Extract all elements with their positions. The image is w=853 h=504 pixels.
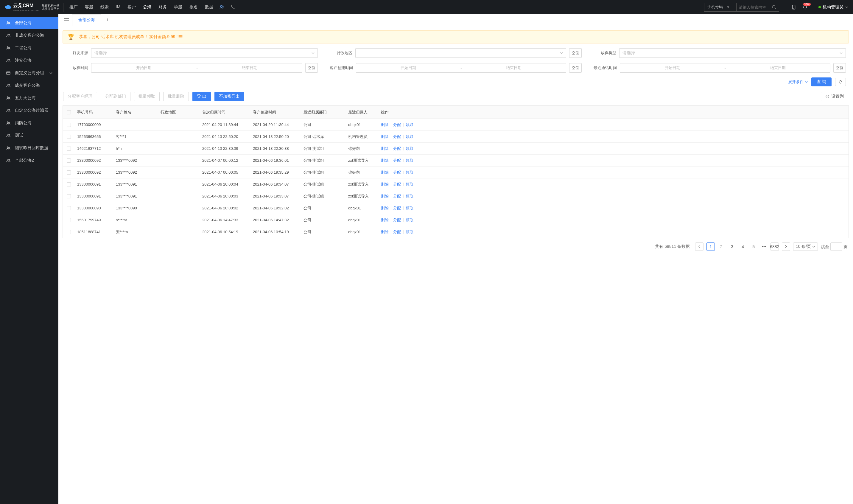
row-checkbox[interactable] bbox=[67, 194, 71, 198]
notifications-button[interactable]: 99+ bbox=[802, 4, 808, 10]
batch-delete-button[interactable]: 批量删除 bbox=[163, 92, 189, 101]
query-button[interactable]: 查 询 bbox=[811, 77, 832, 86]
batch-claim-button[interactable]: 批量领取 bbox=[134, 92, 160, 101]
page-button[interactable]: 2 bbox=[717, 242, 726, 251]
row-checkbox[interactable] bbox=[67, 182, 71, 186]
row-分配-link[interactable]: 分配 bbox=[393, 205, 401, 211]
search-input[interactable] bbox=[739, 5, 772, 10]
row-分配-link[interactable]: 分配 bbox=[393, 122, 401, 127]
row-领取-link[interactable]: 领取 bbox=[406, 229, 413, 235]
row-删除-link[interactable]: 删除 bbox=[381, 217, 389, 223]
region-select[interactable] bbox=[355, 48, 566, 58]
row-领取-link[interactable]: 领取 bbox=[406, 134, 413, 139]
page-button[interactable]: 5 bbox=[749, 242, 758, 251]
create-time-range[interactable]: 开始日期 ~ 结束日期 bbox=[356, 63, 566, 73]
device-icon[interactable] bbox=[791, 4, 796, 10]
refresh-button[interactable] bbox=[835, 78, 846, 86]
nav-item-公海[interactable]: 公海 bbox=[143, 4, 151, 10]
row-领取-link[interactable]: 领取 bbox=[406, 205, 413, 211]
nav-item-线索[interactable]: 线索 bbox=[101, 4, 109, 10]
set-columns-button[interactable]: 设置列 bbox=[821, 92, 848, 101]
row-checkbox[interactable] bbox=[67, 123, 71, 127]
expand-filters-link[interactable]: 展开条件 bbox=[788, 79, 808, 85]
row-领取-link[interactable]: 领取 bbox=[406, 146, 413, 151]
tab-add-button[interactable]: + bbox=[101, 17, 114, 23]
nav-item-数据[interactable]: 数据 bbox=[205, 4, 213, 10]
sidebar-item[interactable]: 全部公海 bbox=[0, 17, 58, 29]
row-分配-link[interactable]: 分配 bbox=[393, 158, 401, 163]
abandon-type-select[interactable]: 请选择 bbox=[619, 48, 846, 58]
nav-item-IM[interactable]: IM bbox=[116, 4, 121, 10]
row-领取-link[interactable]: 领取 bbox=[406, 217, 413, 223]
page-button[interactable]: 1 bbox=[706, 242, 715, 251]
tab-all-pool[interactable]: 全部公海 bbox=[72, 14, 101, 26]
user-menu[interactable]: 机构管理员 bbox=[818, 4, 848, 10]
nav-item-财务[interactable]: 财务 bbox=[159, 4, 167, 10]
sidebar-item[interactable]: 二咨公海 bbox=[0, 42, 58, 54]
row-删除-link[interactable]: 删除 bbox=[381, 205, 389, 211]
row-checkbox[interactable] bbox=[67, 218, 71, 222]
sidebar-item[interactable]: 自定义公海过滤器 bbox=[0, 104, 58, 117]
row-领取-link[interactable]: 领取 bbox=[406, 122, 413, 127]
sidebar-item[interactable]: 非成交客户公海 bbox=[0, 29, 58, 42]
row-领取-link[interactable]: 领取 bbox=[406, 158, 413, 163]
row-分配-link[interactable]: 分配 bbox=[393, 170, 401, 175]
row-分配-link[interactable]: 分配 bbox=[393, 194, 401, 199]
page-jump-input[interactable] bbox=[830, 242, 842, 251]
abandon-time-range[interactable]: 开始日期 ~ 结束日期 bbox=[91, 63, 302, 73]
phone-icon[interactable] bbox=[230, 4, 235, 10]
nav-item-客户[interactable]: 客户 bbox=[127, 4, 136, 10]
row-删除-link[interactable]: 删除 bbox=[381, 122, 389, 127]
logo[interactable]: 云朵CRM www.yunduocrm.com 教育机构一站 式服务云平台 bbox=[5, 3, 63, 12]
sidebar-item[interactable]: 自定义公海分组 bbox=[0, 67, 58, 79]
last-call-null-button[interactable]: 空值 bbox=[833, 63, 846, 73]
last-page-button[interactable]: 6882 bbox=[770, 242, 779, 251]
next-page-button[interactable] bbox=[782, 242, 790, 251]
row-删除-link[interactable]: 删除 bbox=[381, 170, 389, 175]
search-icon[interactable] bbox=[772, 5, 777, 10]
row-领取-link[interactable]: 领取 bbox=[406, 194, 413, 199]
create-time-null-button[interactable]: 空值 bbox=[569, 63, 582, 73]
nav-item-报名[interactable]: 报名 bbox=[189, 4, 198, 10]
page-button[interactable]: 3 bbox=[728, 242, 736, 251]
region-null-button[interactable]: 空值 bbox=[569, 48, 582, 58]
friend-source-select[interactable]: 请选择 bbox=[91, 48, 318, 58]
last-call-range[interactable]: 开始日期 ~ 结束日期 bbox=[620, 63, 830, 73]
assign-manager-button[interactable]: 分配客户经理 bbox=[63, 92, 97, 101]
export-button[interactable]: 导 出 bbox=[193, 92, 211, 101]
row-checkbox[interactable] bbox=[67, 147, 71, 151]
row-领取-link[interactable]: 领取 bbox=[406, 182, 413, 187]
row-删除-link[interactable]: 删除 bbox=[381, 182, 389, 187]
search-type-select[interactable]: 手机号码 ∨ bbox=[704, 3, 737, 12]
page-button[interactable]: 4 bbox=[739, 242, 747, 251]
row-checkbox[interactable] bbox=[67, 206, 71, 210]
sidebar-item[interactable]: 消防公海 bbox=[0, 117, 58, 129]
row-删除-link[interactable]: 删除 bbox=[381, 194, 389, 199]
row-删除-link[interactable]: 删除 bbox=[381, 134, 389, 139]
sidebar-item[interactable]: 全部公海2 bbox=[0, 154, 58, 167]
row-checkbox[interactable] bbox=[67, 230, 71, 234]
row-分配-link[interactable]: 分配 bbox=[393, 229, 401, 235]
nav-item-客服[interactable]: 客服 bbox=[85, 4, 93, 10]
nav-item-推广[interactable]: 推广 bbox=[69, 4, 78, 10]
row-checkbox[interactable] bbox=[67, 170, 71, 175]
row-删除-link[interactable]: 删除 bbox=[381, 146, 389, 151]
nav-item-学服[interactable]: 学服 bbox=[174, 4, 182, 10]
select-all-checkbox[interactable] bbox=[67, 110, 71, 114]
row-领取-link[interactable]: 领取 bbox=[406, 170, 413, 175]
row-checkbox[interactable] bbox=[67, 134, 71, 139]
sidebar-item[interactable]: 五月天公海 bbox=[0, 92, 58, 104]
page-size-select[interactable]: 10 条/页 bbox=[793, 242, 818, 251]
row-删除-link[interactable]: 删除 bbox=[381, 158, 389, 163]
row-分配-link[interactable]: 分配 bbox=[393, 146, 401, 151]
abandon-time-null-button[interactable]: 空值 bbox=[305, 63, 318, 73]
export-plain-button[interactable]: 不加密导出 bbox=[215, 92, 244, 101]
tabs-list-icon[interactable] bbox=[61, 18, 72, 22]
row-分配-link[interactable]: 分配 bbox=[393, 182, 401, 187]
prev-page-button[interactable] bbox=[695, 242, 704, 251]
row-checkbox[interactable] bbox=[67, 159, 71, 163]
row-分配-link[interactable]: 分配 bbox=[393, 217, 401, 223]
sidebar-item[interactable]: 测试昨日回库数据 bbox=[0, 142, 58, 154]
assign-dept-button[interactable]: 分配到部门 bbox=[101, 92, 130, 101]
add-user-icon[interactable] bbox=[219, 4, 224, 10]
